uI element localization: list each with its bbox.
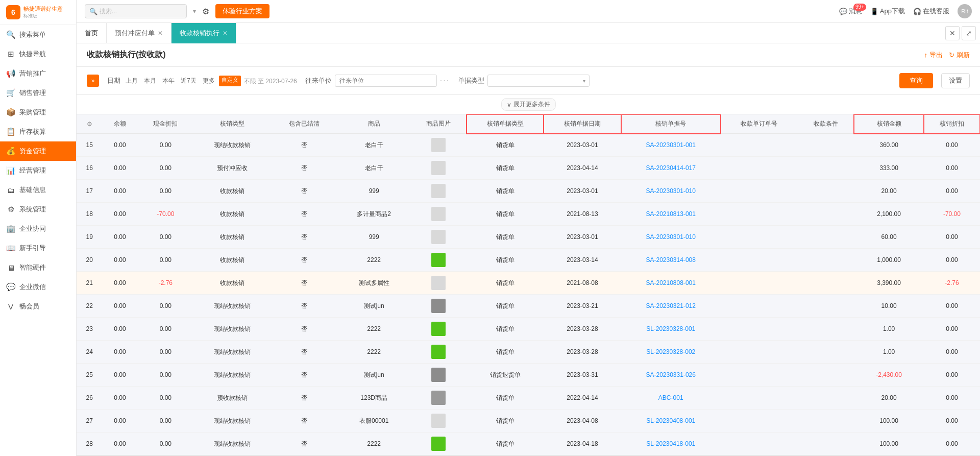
writeoff-bill-link[interactable]: SA-20230314-008 <box>646 256 696 263</box>
date-link-this-month[interactable]: 本月 <box>142 76 158 86</box>
date-link-this-year[interactable]: 本年 <box>160 76 177 86</box>
writeoff-bill-link[interactable]: SA-20230414-017 <box>646 164 696 172</box>
sidebar-item-search[interactable]: 🔍搜索菜单 <box>0 25 76 44</box>
sidebar-item-member[interactable]: V畅会员 <box>0 297 76 316</box>
tab-maximize-btn[interactable]: ⤢ <box>962 26 976 40</box>
writeoff-bill-link[interactable]: SA-20230331-026 <box>646 371 696 378</box>
row-writeoff-bill-type: 销货单 <box>467 318 544 341</box>
writeoff-bill-link[interactable]: ABC-001 <box>658 394 683 401</box>
app-logo-icon: 6 <box>6 5 20 19</box>
row-cash-discount: -2.76 <box>137 272 193 295</box>
partner-input[interactable] <box>335 75 437 87</box>
row-product: 999 <box>338 180 410 203</box>
sidebar-item-label-marketing: 营销推广 <box>19 69 46 78</box>
topbar-gear-icon[interactable]: ⚙ <box>202 7 209 16</box>
row-product: 2222 <box>338 341 410 364</box>
row-writeoff-bill-date: 2021-08-13 <box>544 203 621 226</box>
page-header: 收款核销执行(按收款) ↑ 导出 ↻ 刷新 <box>77 43 980 67</box>
system-icon: ⚙ <box>6 205 15 214</box>
filter-date-item: 日期 上月 本月 本年 近7天 更多 自定义 不限 至 2023-07-26 <box>107 76 297 86</box>
avatar-text: Rit <box>961 8 968 14</box>
prepay-tab-close[interactable]: ✕ <box>158 30 163 37</box>
row-balance: 0.00 <box>103 180 138 203</box>
topbar-dropdown-arrow[interactable]: ▾ <box>193 8 196 15</box>
refresh-button[interactable]: ↻ 刷新 <box>949 51 970 60</box>
sidebar-item-finance[interactable]: 💰资金管理 <box>0 141 76 161</box>
row-collection-terms <box>798 295 854 318</box>
tab-prepay[interactable]: 预付冲应付单 ✕ <box>107 23 172 43</box>
row-writeoff-bill-date: 2023-03-01 <box>544 180 621 203</box>
writeoff-bill-link[interactable]: SA-20230301-001 <box>646 141 696 149</box>
row-writeoff-type: 收款核销 <box>193 180 271 203</box>
writeoff-bill-link[interactable]: SL-20230408-001 <box>646 417 695 424</box>
row-writeoff-amount: 20.00 <box>854 387 924 410</box>
row-balance: 0.00 <box>103 157 138 180</box>
settings-button[interactable]: 设置 <box>941 73 970 88</box>
table-row: 28 0.00 0.00 现结收款核销 否 2222 销货单 2023-04-1… <box>77 433 980 456</box>
sidebar-item-inventory[interactable]: 📋库存核算 <box>0 122 76 141</box>
app-download-link[interactable]: 📱 App下载 <box>870 7 905 16</box>
date-custom-btn[interactable]: 自定义 <box>219 76 241 86</box>
query-button[interactable]: 查询 <box>899 73 933 88</box>
sidebar-item-sales[interactable]: 🛒销售管理 <box>0 83 76 103</box>
writeoff-bill-link[interactable]: SL-20230328-002 <box>646 348 695 355</box>
writeoff-bill-link[interactable]: SA-20210808-001 <box>646 279 696 286</box>
collection-tab-close[interactable]: ✕ <box>223 30 228 37</box>
expand-arrow-icon: ∨ <box>507 101 511 108</box>
sidebar-item-system[interactable]: ⚙系统管理 <box>0 200 76 219</box>
online-service-link[interactable]: 🎧 在线客服 <box>913 7 949 16</box>
sidebar-item-quicknav[interactable]: ⊞快捷导航 <box>0 44 76 64</box>
writeoff-bill-link[interactable]: SL-20230418-001 <box>646 440 695 447</box>
row-product-img <box>410 295 467 318</box>
main-table: ⚙ 余额 现金折扣 核销类型 包含已结清 商品 商品图片 核销单据类型 核销单据… <box>77 114 980 456</box>
date-link-more[interactable]: 更多 <box>201 76 217 86</box>
row-collection-terms <box>798 387 854 410</box>
row-collection-order-no <box>721 387 798 410</box>
sidebar-item-guide[interactable]: 📖新手引导 <box>0 238 76 258</box>
tab-home[interactable]: 首页 <box>77 23 107 43</box>
row-cash-discount: 0.00 <box>137 134 193 157</box>
row-writeoff-bill-date: 2023-03-14 <box>544 249 621 272</box>
solution-button[interactable]: 休验行业方案 <box>215 4 270 18</box>
table-scroll[interactable]: ⚙ 余额 现金折扣 核销类型 包含已结清 商品 商品图片 核销单据类型 核销单据… <box>77 114 980 456</box>
row-writeoff-amount: 1.00 <box>854 341 924 364</box>
sidebar-item-basic[interactable]: 🗂基础信息 <box>0 180 76 200</box>
writeoff-bill-link[interactable]: SA-20230321-012 <box>646 302 696 309</box>
date-link-last-month[interactable]: 上月 <box>124 76 140 86</box>
row-cash-discount: 0.00 <box>137 387 193 410</box>
sidebar-item-wechat[interactable]: 💬企业微信 <box>0 277 76 297</box>
sidebar-item-label-basic: 基础信息 <box>19 185 46 195</box>
main-area: 🔍 搜索... ▾ ⚙ 休验行业方案 💬 消息 99+ 📱 App下载 🎧 在线… <box>77 0 980 456</box>
table-row: 21 0.00 -2.76 收款核销 否 测试多属性 销货单 2021-08-0… <box>77 272 980 295</box>
filter-toggle-btn[interactable]: » <box>87 75 99 87</box>
row-product: 衣服00001 <box>338 410 410 433</box>
row-included-settled: 否 <box>271 226 338 249</box>
row-included-settled: 否 <box>271 134 338 157</box>
row-writeoff-type: 现结收款核销 <box>193 134 271 157</box>
bill-type-select[interactable] <box>487 75 590 87</box>
gear-icon[interactable]: ⚙ <box>87 121 92 128</box>
sidebar-item-corp[interactable]: 🏢企业协同 <box>0 219 76 238</box>
date-link-7days[interactable]: 近7天 <box>179 76 199 86</box>
tab-close-btn[interactable]: ✕ <box>945 26 960 40</box>
sidebar-item-purchase[interactable]: 📦采购管理 <box>0 103 76 122</box>
writeoff-bill-link[interactable]: SA-20230301-010 <box>646 187 696 195</box>
expand-more-btn[interactable]: ∨ 展开更多条件 <box>501 98 556 111</box>
sidebar-item-label-search: 搜索菜单 <box>19 30 46 39</box>
sidebar-item-marketing[interactable]: 📢营销推广 <box>0 64 76 83</box>
sidebar-item-management[interactable]: 📊经营管理 <box>0 161 76 180</box>
row-writeoff-discount: -70.00 <box>924 203 980 226</box>
row-writeoff-type: 收款核销 <box>193 249 271 272</box>
row-writeoff-amount: 1,000.00 <box>854 249 924 272</box>
writeoff-bill-link[interactable]: SA-20230301-010 <box>646 233 696 241</box>
user-avatar[interactable]: Rit <box>958 4 972 18</box>
sidebar-item-hardware[interactable]: 🖥智能硬件 <box>0 258 76 277</box>
writeoff-bill-link[interactable]: SL-20230328-001 <box>646 325 695 332</box>
row-collection-terms <box>798 364 854 387</box>
tab-collection[interactable]: 收款核销执行 ✕ <box>172 23 236 43</box>
writeoff-bill-link[interactable]: SA-20210813-001 <box>646 210 696 218</box>
sidebar-item-label-finance: 资金管理 <box>19 147 46 156</box>
row-cash-discount: 0.00 <box>137 249 193 272</box>
messages-link[interactable]: 💬 消息 99+ <box>839 7 862 16</box>
export-button[interactable]: ↑ 导出 <box>924 51 943 60</box>
